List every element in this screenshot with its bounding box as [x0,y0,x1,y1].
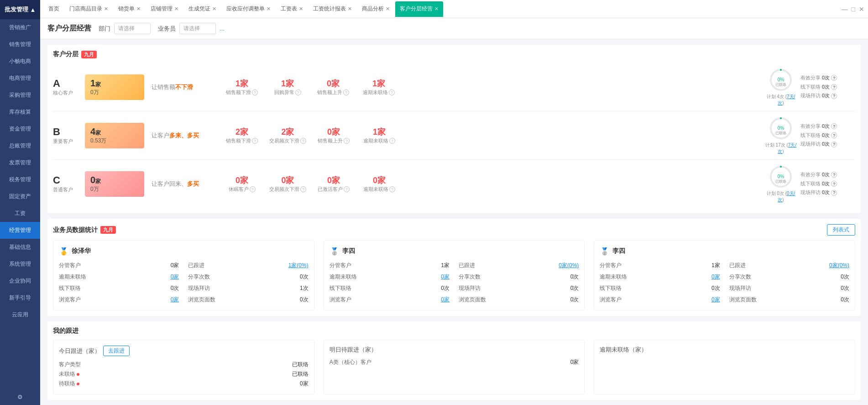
tier-name: 普通客户 [53,186,85,193]
info-icon[interactable]: ? [831,75,837,81]
sidebar-item-企业协同[interactable]: 企业协同 [0,273,40,289]
info-icon[interactable]: ? [344,138,350,144]
window-maximize-icon[interactable]: □ [852,5,855,13]
sidebar-item-基础信息[interactable]: 基础信息 [0,239,40,256]
biz-person-name: 李四 [612,247,625,255]
stat-num: 1家 [361,126,397,137]
window-minimize-icon[interactable]: — [842,5,848,13]
tab-门店商品目录[interactable]: 门店商品目录✕ [65,1,113,17]
stat-item[interactable]: 0家交易频次下滑 ? [269,175,306,193]
sidebar-item-系统管理[interactable]: 系统管理 [0,256,40,273]
info-icon[interactable]: ? [295,89,301,95]
tab-close-icon[interactable]: ✕ [267,6,271,12]
tab-销货单[interactable]: 销货单✕ [114,1,145,17]
info-icon[interactable]: ? [252,138,258,144]
sidebar-item-经营管理[interactable]: 经营管理 [0,222,40,239]
dept-select[interactable]: 请选择 [114,23,151,34]
tier-right-stats-C: 有效分享 0次 ?线下联络 0次 ?现场拜访 0次 ? [800,170,855,197]
tab-close-icon[interactable]: ✕ [136,6,141,12]
tab-生成凭证[interactable]: 生成凭证✕ [184,1,221,17]
filter-more-dots[interactable]: ... [220,25,225,32]
biz-stat-row: 分享次数0次 [459,272,579,282]
biz-stat-row: 逾期未联络0家 [59,272,179,282]
info-icon[interactable]: ? [300,186,306,192]
tab-close-icon[interactable]: ✕ [386,6,390,12]
sidebar-settings[interactable]: ⚙ [0,389,40,405]
stat-item[interactable]: 1家销售额下滑 ? [224,78,260,96]
sidebar-item-营销推广[interactable]: 营销推广 [0,19,40,36]
info-icon[interactable]: ? [389,186,395,192]
sidebar-top-button[interactable]: 批发管理 ▲ [0,0,40,19]
info-icon[interactable]: ? [831,142,837,147]
dept-label: 部门 [99,25,110,33]
info-icon[interactable]: ? [831,172,837,178]
right-stat-row: 线下联络 0次 ? [800,131,855,140]
stat-label: 交易频次下滑 ? [269,137,306,144]
sidebar-item-销售管理[interactable]: 销售管理 [0,36,40,53]
list-view-button[interactable]: 列表式 [827,224,855,236]
sidebar-item-库存核算[interactable]: 库存核算 [0,104,40,121]
staff-label: 业务员 [158,25,176,33]
info-icon[interactable]: ? [389,89,395,95]
tab-客户分层经营[interactable]: 客户分层经营✕ [395,1,443,17]
info-icon[interactable]: ? [831,93,837,99]
goto-followup-button[interactable]: 去跟进 [103,346,130,356]
tab-close-icon[interactable]: ✕ [299,6,303,12]
tab-应收应付调整单[interactable]: 应收应付调整单✕ [222,1,275,17]
stat-item[interactable]: 2家销售额下滑 ? [224,126,260,144]
window-close-icon[interactable]: ✕ [859,5,864,13]
tier-count-box-B[interactable]: 4家0.53万 [85,123,144,148]
sidebar-item-固定资产[interactable]: 固定资产 [0,188,40,205]
stat-item[interactable]: 0家已激活客户 ? [315,175,352,193]
tab-close-icon[interactable]: ✕ [348,6,352,12]
right-stat-row: 现场拜访 0次 ? [800,91,855,100]
stat-item[interactable]: 1家回购异常 ? [269,78,306,96]
info-icon[interactable]: ? [343,89,349,95]
info-icon[interactable]: ? [250,186,256,192]
tab-close-icon[interactable]: ✕ [104,6,108,12]
tab-close-icon[interactable]: ✕ [212,6,216,12]
sidebar-item-云应用[interactable]: 云应用 [0,306,40,323]
sidebar-item-采购管理[interactable]: 采购管理 [0,87,40,104]
sidebar-item-小畅电商[interactable]: 小畅电商 [0,53,40,70]
tab-close-icon[interactable]: ✕ [434,6,439,12]
biz-stat-row: 已跟进1家(0%) [188,261,308,270]
sidebar-item-工资[interactable]: 工资 [0,205,40,222]
sidebar-item-总账管理[interactable]: 总账管理 [0,137,40,154]
tier-count-box-A[interactable]: 1家0万 [85,74,144,100]
info-icon[interactable]: ? [831,84,837,90]
info-icon[interactable]: ? [300,138,306,144]
sidebar-item-资金管理[interactable]: 资金管理 [0,121,40,137]
tab-首页[interactable]: 首页 [44,1,64,17]
info-icon[interactable]: ? [831,123,837,129]
sidebar-item-新手引导[interactable]: 新手引导 [0,289,40,306]
tier-row-A: A核心客户1家0万让销售额不下滑1家销售额下滑 ?1家回购异常 ?0家销售额上升… [53,63,855,111]
info-icon[interactable]: ? [831,181,837,187]
tab-商品分析[interactable]: 商品分析✕ [357,1,394,17]
info-icon[interactable]: ? [831,190,837,196]
biz-card-header: 🥈 李四 [329,246,579,256]
stat-item[interactable]: 0家销售额上升 ? [315,78,351,96]
tab-close-icon[interactable]: ✕ [174,6,178,12]
stat-item[interactable]: 0家销售额上升 ? [315,126,352,144]
tier-name: 重要客户 [53,138,85,145]
tier-count-box-C[interactable]: 0家0万 [85,171,144,197]
staff-select[interactable]: 请选择 [179,23,216,34]
info-icon[interactable]: ? [252,89,258,95]
tab-工资表[interactable]: 工资表✕ [276,1,308,17]
info-icon[interactable]: ? [344,186,350,192]
stat-label: 回购异常 ? [269,89,306,96]
info-icon[interactable]: ? [389,138,395,144]
sidebar-item-发票管理[interactable]: 发票管理 [0,154,40,171]
stat-item[interactable]: 2家交易频次下滑 ? [269,126,306,144]
tab-店铺管理[interactable]: 店铺管理✕ [146,1,183,17]
info-icon[interactable]: ? [831,132,837,138]
stat-item[interactable]: 0家逾期未联络 ? [361,175,397,193]
sidebar-item-税务管理[interactable]: 税务管理 [0,171,40,188]
tier-right-stats-A: 有效分享 0次 ?线下联络 0次 ?现场拜访 0次 ? [800,74,855,100]
stat-item[interactable]: 0家休眠客户 ? [224,175,260,193]
stat-item[interactable]: 1家逾期未联络 ? [361,78,397,96]
stat-item[interactable]: 1家逾期未联络 ? [361,126,397,144]
tab-工资统计报表[interactable]: 工资统计报表✕ [309,1,356,17]
sidebar-item-电商管理[interactable]: 电商管理 [0,70,40,87]
